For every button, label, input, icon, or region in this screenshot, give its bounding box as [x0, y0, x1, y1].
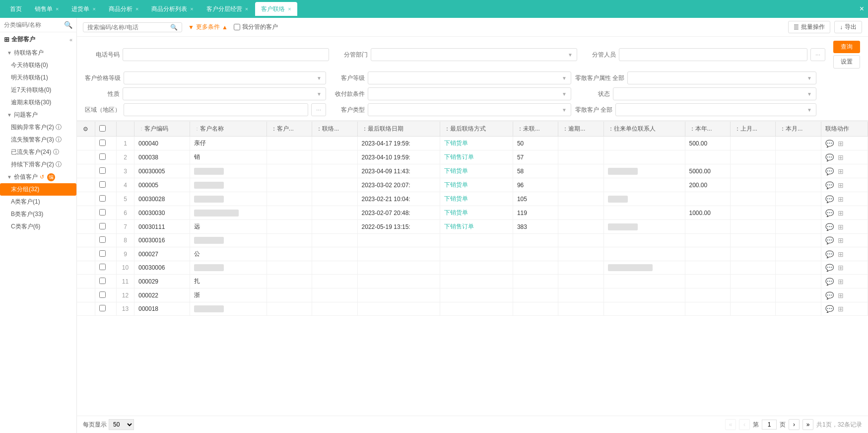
sidebar-item-a-class[interactable]: A类客户(1)	[0, 196, 76, 208]
more-actions-icon[interactable]: ⊞	[838, 236, 844, 244]
sidebar-item-declining[interactable]: 持续下滑客户(2) ⓘ	[0, 158, 76, 171]
tab-customer-tier[interactable]: 客户分层经营 ×	[200, 2, 254, 16]
filter-scattered-select[interactable]: ▼	[615, 103, 816, 116]
checkbox-cell[interactable]	[95, 234, 117, 247]
close-all-button[interactable]: ×	[860, 4, 864, 13]
sidebar-item-abnormal[interactable]: 囤购异常客户(2) ⓘ	[0, 121, 76, 134]
reset-button[interactable]: 设置	[833, 55, 860, 69]
sidebar-item-tomorrow[interactable]: 明天待联络(1)	[0, 72, 76, 84]
message-icon[interactable]: 💬	[825, 153, 834, 161]
batch-op-button[interactable]: ☰ 批量操作	[788, 21, 830, 33]
message-icon[interactable]: 💬	[825, 305, 834, 313]
row-checkbox[interactable]	[99, 291, 106, 298]
row-checkbox[interactable]	[99, 181, 106, 188]
tab-purchase[interactable]: 进货单 ×	[66, 2, 101, 16]
sidebar-search-box[interactable]: 🔍	[0, 18, 76, 32]
checkbox-cell[interactable]	[95, 220, 117, 234]
next-page-button[interactable]: ›	[789, 419, 800, 430]
sidebar-item-ungrouped[interactable]: 末分组(32)	[0, 183, 76, 196]
more-actions-icon[interactable]: ⊞	[838, 223, 844, 231]
row-checkbox[interactable]	[99, 153, 106, 160]
checkbox-cell[interactable]	[95, 206, 117, 220]
message-icon[interactable]: 💬	[825, 181, 834, 189]
more-actions-icon[interactable]: ⊞	[838, 195, 844, 203]
checkbox-cell[interactable]	[95, 164, 117, 178]
filter-nature-select[interactable]: ▼	[123, 87, 326, 100]
message-icon[interactable]: 💬	[825, 250, 834, 258]
message-icon[interactable]: 💬	[825, 278, 834, 286]
filter-person-more[interactable]: ···	[810, 48, 825, 61]
tab-sales[interactable]: 销售单 ×	[29, 2, 65, 16]
filter-type-select[interactable]: ▼	[368, 103, 571, 116]
export-button[interactable]: ↓ 导出	[834, 21, 862, 33]
row-checkbox[interactable]	[99, 209, 106, 216]
row-checkbox[interactable]	[99, 264, 106, 270]
filter-region-select[interactable]	[124, 103, 308, 116]
page-number-input[interactable]	[762, 420, 777, 430]
query-button[interactable]: 查询	[833, 41, 860, 53]
table-last-date-col[interactable]: ：最后联络日期	[357, 122, 440, 137]
contact-method-link[interactable]: 下销货单	[444, 181, 468, 188]
table-settings-col[interactable]: ⚙	[77, 122, 95, 137]
contact-method-link[interactable]: 下销货单	[444, 209, 468, 216]
prev-page-button[interactable]: ‹	[739, 419, 750, 430]
table-contact-col[interactable]: ：联络...	[312, 122, 357, 137]
tab-goods-list[interactable]: 商品分析列表 ×	[145, 2, 199, 16]
table-overdue-col[interactable]: ：逾期...	[558, 122, 603, 137]
checkbox-cell[interactable]	[95, 289, 117, 302]
tab-goods-analysis-close[interactable]: ×	[135, 6, 138, 12]
tab-goods-list-close[interactable]: ×	[190, 6, 193, 12]
filter-level-select[interactable]: ▼	[368, 72, 571, 84]
more-actions-icon[interactable]: ⊞	[838, 181, 844, 189]
more-actions-icon[interactable]: ⊞	[838, 305, 844, 313]
row-checkbox[interactable]	[99, 223, 106, 229]
sidebar-all-customers[interactable]: ⊞ 全部客户 «	[0, 32, 76, 47]
more-actions-icon[interactable]: ⊞	[838, 291, 844, 299]
message-icon[interactable]: 💬	[825, 140, 834, 147]
row-checkbox[interactable]	[99, 167, 106, 174]
more-actions-icon[interactable]: ⊞	[838, 140, 844, 147]
tab-sales-close[interactable]: ×	[56, 6, 59, 12]
filter-payment-select[interactable]: ▼	[368, 87, 571, 100]
first-page-button[interactable]: «	[725, 419, 736, 430]
tab-purchase-close[interactable]: ×	[92, 6, 95, 12]
contact-method-link[interactable]: 下销货单	[444, 195, 468, 202]
contact-method-link[interactable]: 下销货单	[444, 140, 468, 146]
message-icon[interactable]: 💬	[825, 223, 834, 231]
message-icon[interactable]: 💬	[825, 236, 834, 244]
table-type-col[interactable]: ：客户...	[267, 122, 312, 137]
sidebar-group-value[interactable]: ▼ 价值客户 ↺ 编	[0, 171, 76, 183]
more-conditions-button[interactable]: ▼ 更多条件 ▲	[188, 23, 228, 31]
row-checkbox[interactable]	[99, 195, 106, 202]
tab-customer-tier-close[interactable]: ×	[245, 6, 248, 12]
table-unit-contact-col[interactable]: ：往来单位联系人	[603, 122, 685, 137]
row-checkbox[interactable]	[99, 278, 106, 284]
checkbox-cell[interactable]	[95, 302, 117, 316]
sidebar-search-icon[interactable]: 🔍	[64, 21, 72, 29]
more-actions-icon[interactable]: ⊞	[838, 278, 844, 286]
sidebar-item-overdue[interactable]: 逾期未联络(30)	[0, 96, 76, 109]
message-icon[interactable]: 💬	[825, 209, 834, 217]
table-this-year-col[interactable]: ：本年...	[685, 122, 730, 137]
sidebar-item-b-class[interactable]: B类客户(33)	[0, 208, 76, 220]
more-actions-icon[interactable]: ⊞	[838, 250, 844, 258]
more-actions-icon[interactable]: ⊞	[838, 167, 844, 175]
sidebar-group-problem[interactable]: ▼ 问题客户	[0, 109, 76, 121]
contact-method-link[interactable]: 下销售订单	[444, 223, 474, 230]
more-actions-icon[interactable]: ⊞	[838, 264, 844, 272]
tab-customer-contact-close[interactable]: ×	[288, 6, 291, 12]
tab-goods-analysis[interactable]: 商品分析 ×	[103, 2, 144, 16]
filter-dept-select[interactable]: ▼	[371, 48, 577, 61]
refresh-icon[interactable]: ↺	[40, 174, 44, 180]
row-checkbox[interactable]	[99, 305, 106, 311]
checkbox-cell[interactable]	[95, 137, 117, 150]
page-size-select[interactable]: 20 50 100	[109, 419, 134, 430]
table-code-col[interactable]: ：客户编码	[134, 122, 190, 137]
sidebar-group-waiting[interactable]: ▼ 待联络客户	[0, 47, 76, 59]
filter-phone-input[interactable]	[123, 48, 329, 61]
sidebar-item-7days[interactable]: 近7天待联络(0)	[0, 84, 76, 96]
my-customers-check[interactable]	[234, 24, 240, 30]
checkbox-cell[interactable]	[95, 275, 117, 289]
tab-customer-contact[interactable]: 客户联络 ×	[255, 2, 297, 16]
row-checkbox[interactable]	[99, 140, 106, 146]
